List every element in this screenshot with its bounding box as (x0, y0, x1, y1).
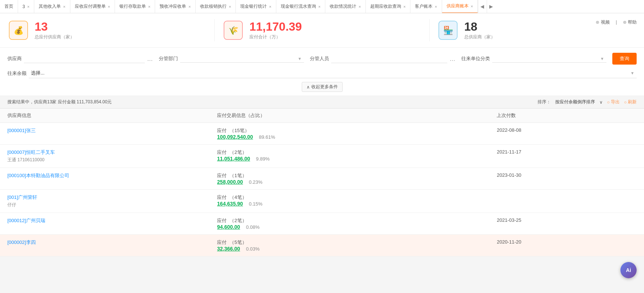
supplier-name-link[interactable]: [000007]恒旺二手叉车 (7, 149, 55, 155)
tx-line: 应付 （15笔） (217, 127, 497, 134)
nav-tab-customer-ledger-label: 客户账本 (415, 3, 433, 10)
filter-supplier: 供应商 ... (7, 54, 153, 63)
filter-category-arrow: ▼ (600, 56, 604, 61)
tx-count: （5笔） (230, 239, 246, 246)
lastpay-date: 2023-01-30 (497, 172, 521, 178)
nav-tab-cash-bank-stat[interactable]: 现金银行统计 × (236, 0, 276, 13)
nav-tab-cash-bank-stat-label: 现金银行统计 (240, 3, 267, 10)
transaction-cell: 应付 （1笔） 258,000.00 0.23% (217, 172, 497, 185)
supplier-name-link[interactable]: [000001]张三 (7, 128, 36, 133)
collapse-button[interactable]: ∧ 收起更多条件 (302, 82, 343, 92)
nav-tab-other-income[interactable]: 其他收入单 × (34, 0, 70, 13)
nav-tab-bank-deposit-close[interactable]: × (148, 4, 150, 9)
nav-tab-supplier-ledger[interactable]: 供应商账本 × (442, 0, 478, 13)
tx-line: 应付 （4笔） (217, 194, 497, 201)
supplier-name-link[interactable]: [000002]李四 (7, 239, 36, 245)
filter-supplier-dots[interactable]: ... (147, 55, 153, 63)
payable-suppliers-label: 总应付供应商（家） (35, 34, 74, 40)
nav-tab-supplier-ledger-close[interactable]: × (471, 4, 473, 8)
nav-tab-other-income-close[interactable]: × (63, 4, 65, 9)
tx-type-label: 应付 (217, 239, 227, 246)
nav-tab-overdue[interactable]: 超期应收款查询 × (366, 0, 410, 13)
tx-type-label: 应付 (217, 127, 227, 134)
nav-tab-home[interactable]: 首页 (0, 0, 18, 13)
nav-tab-prepay[interactable]: 预收冲应收单 × (155, 0, 195, 13)
nav-tab-cash-flow-close[interactable]: × (318, 4, 321, 9)
supplier-info-cell: [000002]李四 (7, 239, 217, 246)
nav-tab-cash-bank-stat-close[interactable]: × (269, 4, 271, 9)
query-button[interactable]: 查询 (612, 53, 637, 65)
table-row: [000100]本特勤油品有限公司 应付 （1笔） 258,000.00 0.2… (0, 168, 644, 190)
filter-dept-select[interactable]: ▼ (180, 55, 304, 63)
supplier-info-cell: [001]广州荣轩 仔仔 (7, 194, 217, 208)
nav-tab-cash-flow[interactable]: 现金银行流水查询 × (276, 0, 325, 13)
table-row: [000012]广州贝瑞 应付 （2笔） 94,600.00 0.08% 202… (0, 213, 644, 235)
nav-tab-other-income-label: 其他收入单 (39, 3, 61, 10)
nav-tab-adjustment[interactable]: 应收应付调整单 × (70, 0, 115, 13)
tx-line: 应付 （1笔） (217, 172, 497, 179)
nav-tab-overdue-close[interactable]: × (403, 4, 406, 9)
nav-tab-3-label: 3 (22, 4, 25, 9)
total-suppliers-label: 总供应商（家） (464, 34, 495, 40)
transaction-cell: 应付 （5笔） 32,366.00 0.03% (217, 239, 497, 252)
filter-supplier-input[interactable] (24, 54, 145, 63)
nav-tab-collection-stat-close[interactable]: × (358, 4, 361, 9)
tx-amount-link[interactable]: 32,366.00 (217, 246, 240, 252)
payable-suppliers-num: 13 (35, 21, 74, 32)
help-link[interactable]: ⊙ 帮助 (623, 19, 637, 25)
tx-amount-link[interactable]: 258,000.00 (217, 179, 243, 185)
nav-tab-3-close[interactable]: × (27, 4, 29, 9)
refresh-button[interactable]: ○ 刷新 (624, 99, 637, 105)
nav-tab-bank-deposit[interactable]: 银行存取款单 × (115, 0, 155, 13)
supplier-name-link[interactable]: [001]广州荣轩 (7, 194, 37, 200)
nav-tab-collection-exec-close[interactable]: × (229, 4, 231, 9)
summary-bar: 💰 13 总应付供应商（家） 🌾 11,170.39 应付合计（万） 🏪 (0, 13, 644, 48)
nav-prev-arrow[interactable]: ◀ (478, 0, 487, 13)
filter-category-select[interactable]: ▼ (492, 55, 607, 63)
sort-arrow-icon[interactable]: ∨ (599, 100, 603, 105)
svg-text:🏪: 🏪 (443, 25, 454, 35)
export-button[interactable]: ○ 导出 (607, 99, 620, 105)
lastpay-cell: 2023-01-30 (497, 172, 637, 178)
tx-line: 应付 （2笔） (217, 149, 497, 156)
nav-tab-customer-ledger[interactable]: 客户账本 × (410, 0, 442, 13)
tx-percent: 0.08% (246, 224, 260, 230)
main-table: 供应商信息 应付交易信息（占比） 上次付数 [000001]张三 应付 （15笔… (0, 108, 644, 256)
filter-person-dots[interactable]: ... (449, 55, 455, 63)
nav-tab-collection-stat[interactable]: 收款情况统计 × (325, 0, 365, 13)
filter-person: 分管人员 ... (310, 54, 455, 63)
payable-suppliers-icon: 💰 (7, 19, 29, 41)
video-link[interactable]: ⊙ 视频 (596, 19, 609, 25)
tx-amount-link[interactable]: 164,635.90 (217, 201, 243, 207)
tx-percent: 89.61% (259, 134, 275, 140)
tx-amount-link[interactable]: 11,051,486.00 (217, 156, 250, 162)
summary-payable-total: 🌾 11,170.39 应付合计（万） (222, 19, 422, 41)
payable-total-label: 应付合计（万） (249, 34, 302, 40)
table-header: 供应商信息 应付交易信息（占比） 上次付数 (0, 108, 644, 123)
svg-text:💰: 💰 (14, 25, 24, 35)
nav-tab-prepay-close[interactable]: × (188, 4, 190, 9)
filter-person-input[interactable] (331, 54, 447, 63)
refresh-label: 刷新 (628, 99, 637, 105)
nav-tab-adjustment-close[interactable]: × (108, 4, 110, 9)
sort-value[interactable]: 按应付余额倒序排序 (555, 99, 595, 105)
svg-text:🌾: 🌾 (228, 25, 239, 35)
filter-balance-select[interactable]: 选择... ▼ (29, 68, 637, 78)
tx-type-label: 应付 (217, 217, 227, 224)
nav-tab-3[interactable]: 3 × (18, 0, 34, 13)
tx-amount-link[interactable]: 94,600.00 (217, 224, 240, 230)
supplier-name-link[interactable]: [000100]本特勤油品有限公司 (7, 173, 69, 178)
supplier-name-link[interactable]: [000012]广州贝瑞 (7, 218, 45, 223)
collapse-label: 收起更多条件 (311, 84, 338, 90)
nav-next-arrow[interactable]: ▶ (487, 0, 496, 13)
tx-count: （2笔） (230, 217, 246, 224)
nav-tab-customer-ledger-close[interactable]: × (435, 4, 437, 9)
refresh-icon: ○ (624, 100, 627, 105)
nav-tab-collection-exec[interactable]: 收款核销执行 × (196, 0, 236, 13)
tx-amount-link[interactable]: 100,092,540.00 (217, 134, 253, 140)
tx-count: （15笔） (230, 127, 249, 134)
tx-count: （1笔） (230, 172, 246, 179)
lastpay-date: 2022-08-08 (497, 127, 521, 133)
table-row: [000002]李四 应付 （5笔） 32,366.00 0.03% 2020-… (0, 235, 644, 256)
filter-balance-arrow: ▼ (630, 71, 634, 75)
